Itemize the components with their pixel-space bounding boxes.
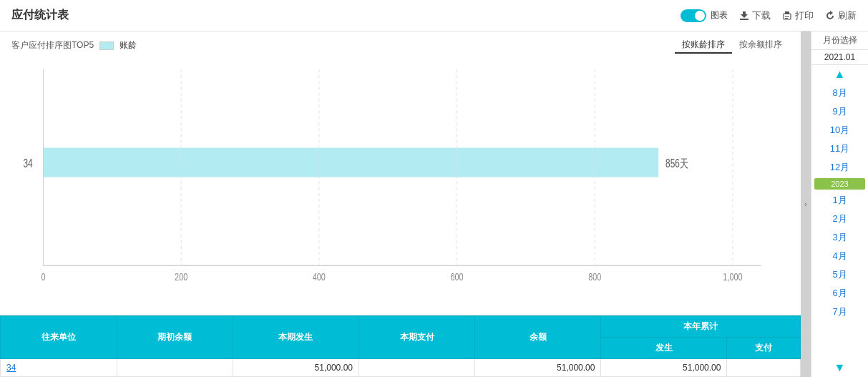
- main-content: 客户应付排序图TOP5 账龄 按账龄排序 按余额排序 34: [0, 31, 868, 377]
- legend-label: 客户应付排序图TOP5: [11, 39, 94, 52]
- download-icon: [739, 11, 749, 21]
- cell-unit: 34: [1, 359, 117, 377]
- chart-area: 客户应付排序图TOP5 账龄 按账龄排序 按余额排序 34: [0, 31, 801, 377]
- app-container: 应付统计表 图表 下载 打印 刷新: [0, 0, 868, 377]
- sidebar-scroll-down-button[interactable]: ▼: [811, 358, 868, 377]
- sidebar-month-item[interactable]: 7月: [811, 303, 868, 321]
- header-actions: 图表 下载 打印 刷新: [681, 9, 857, 22]
- sidebar-month-item[interactable]: 10月: [811, 121, 868, 139]
- col-ytd-header: 本年累计: [601, 316, 801, 338]
- chart-sort-buttons: 按账龄排序 按余额排序: [675, 37, 789, 54]
- chart-toggle[interactable]: [681, 9, 706, 22]
- sidebar-scroll-up-button[interactable]: ▲: [811, 65, 868, 84]
- cell-ytd-occur: 51,000.00: [601, 359, 727, 377]
- cell-occur: 51,000.00: [233, 359, 359, 377]
- table-container: 往来单位 期初余额 本期发生 本期支付 余额 本年累计 发生 支付: [0, 315, 801, 377]
- chart-toggle-wrapper: 图表: [681, 9, 728, 22]
- sidebar-year-input[interactable]: [811, 50, 868, 65]
- refresh-icon: [825, 11, 835, 21]
- page-title: 应付统计表: [11, 8, 69, 23]
- cell-opening: [117, 359, 233, 377]
- svg-text:856天: 856天: [665, 157, 688, 170]
- svg-text:34: 34: [23, 157, 32, 170]
- col-ytd-pay-header: 支付: [727, 338, 801, 359]
- svg-text:0: 0: [41, 270, 45, 283]
- sidebar-collapse-button[interactable]: ›: [801, 31, 811, 377]
- svg-rect-4: [785, 18, 788, 19]
- chart-toggle-label: 图表: [711, 9, 728, 21]
- svg-rect-2: [785, 11, 789, 14]
- col-ytd-occur-header: 发生: [601, 338, 727, 359]
- svg-text:800: 800: [588, 270, 601, 283]
- svg-rect-3: [785, 16, 789, 17]
- sidebar-month-item[interactable]: 6月: [811, 284, 868, 303]
- sort-by-balance-button[interactable]: 按余额排序: [732, 37, 789, 54]
- svg-text:200: 200: [175, 270, 187, 283]
- sidebar-month-item[interactable]: 3月: [811, 228, 868, 247]
- sidebar-month-item[interactable]: 12月: [811, 158, 868, 177]
- download-button[interactable]: 下载: [739, 9, 771, 22]
- cell-ytd-pay: [727, 359, 801, 377]
- svg-text:600: 600: [450, 270, 463, 283]
- sidebar-month-item[interactable]: 11月: [811, 139, 868, 158]
- legend-box-label: 账龄: [120, 39, 137, 52]
- svg-rect-0: [740, 19, 748, 20]
- chart-bar: [43, 148, 658, 177]
- right-sidebar: 月份选择 ▲ 8月9月10月11月12月20231月2月3月4月5月6月7月 ▼: [811, 31, 868, 377]
- sidebar-month-item[interactable]: 2023: [814, 178, 865, 190]
- right-panel: › 月份选择 ▲ 8月9月10月11月12月20231月2月3月4月5月6月7月…: [801, 31, 868, 377]
- month-list: 8月9月10月11月12月20231月2月3月4月5月6月7月: [811, 84, 868, 358]
- refresh-button[interactable]: 刷新: [825, 9, 857, 22]
- sidebar-month-item[interactable]: 8月: [811, 84, 868, 102]
- col-balance-header: 余额: [475, 316, 601, 359]
- table-row: 34 51,000.00 51,000.00 51,000.00: [1, 359, 801, 377]
- cell-balance: 51,000.00: [475, 359, 601, 377]
- sidebar-month-item[interactable]: 9月: [811, 102, 868, 121]
- sidebar-title: 月份选择: [811, 31, 868, 50]
- chart-svg: 34 856天 0 200 400 600: [11, 59, 789, 315]
- svg-text:1,000: 1,000: [723, 270, 742, 283]
- legend-box: [99, 41, 114, 50]
- sidebar-month-item[interactable]: 1月: [811, 191, 868, 210]
- chart-header: 客户应付排序图TOP5 账龄 按账龄排序 按余额排序: [0, 31, 801, 59]
- chart-canvas: 34 856天 0 200 400 600: [0, 59, 801, 315]
- sidebar-month-item[interactable]: 2月: [811, 210, 868, 228]
- data-table: 往来单位 期初余额 本期发生 本期支付 余额 本年累计 发生 支付: [0, 315, 801, 377]
- header: 应付统计表 图表 下载 打印 刷新: [0, 0, 868, 31]
- col-pay-header: 本期支付: [359, 316, 475, 359]
- print-button[interactable]: 打印: [782, 9, 814, 22]
- col-unit-header: 往来单位: [1, 316, 117, 359]
- col-occur-header: 本期发生: [233, 316, 359, 359]
- svg-text:400: 400: [313, 270, 326, 283]
- sort-by-age-button[interactable]: 按账龄排序: [675, 37, 732, 54]
- cell-pay: [359, 359, 475, 377]
- sidebar-month-item[interactable]: 5月: [811, 265, 868, 284]
- sidebar-month-item[interactable]: 4月: [811, 247, 868, 265]
- col-opening-header: 期初余额: [117, 316, 233, 359]
- print-icon: [782, 11, 792, 21]
- chart-legend: 客户应付排序图TOP5 账龄: [11, 39, 137, 52]
